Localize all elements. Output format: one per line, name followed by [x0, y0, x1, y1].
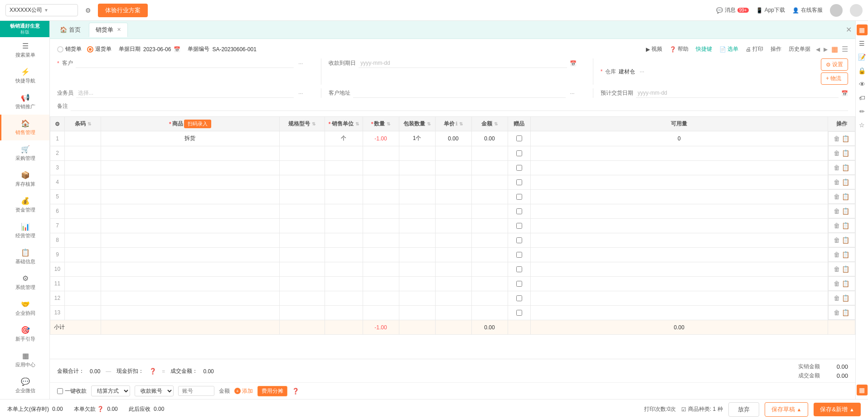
row2-del[interactable]: 🗑	[834, 149, 840, 157]
customer-ellipsis[interactable]: ···	[296, 60, 305, 67]
sidebar-item-sales[interactable]: 🏠 销售管理	[0, 115, 49, 140]
row3-del[interactable]: 🗑	[834, 164, 840, 171]
row1-amount[interactable]: 0.00	[471, 131, 508, 146]
account-select[interactable]: 收款账号	[135, 385, 174, 396]
right-panel-eye-icon[interactable]: 👁	[857, 79, 868, 90]
row4-copy[interactable]: 📋	[842, 178, 849, 186]
help-btn[interactable]: ❓ 帮助	[668, 44, 690, 54]
row11-gift-cb[interactable]	[516, 281, 522, 287]
expected-date-input[interactable]	[636, 88, 839, 98]
row13-gift-cb[interactable]	[516, 310, 522, 316]
list-view-icon[interactable]: ☰	[842, 45, 848, 53]
fee-distribution-btn[interactable]: 费用分摊	[257, 386, 287, 396]
sidebar-item-purchase[interactable]: 🛒 采购管理	[0, 140, 49, 166]
trial-button[interactable]: 体验行业方案	[98, 4, 148, 17]
right-panel-lock-icon[interactable]: 🔒	[857, 65, 868, 76]
sales-order-radio[interactable]: 销货单	[57, 45, 82, 53]
return-order-radio[interactable]: 退货单	[87, 45, 112, 53]
row11-copy[interactable]: 📋	[842, 280, 849, 287]
operation-btn[interactable]: 操作	[769, 44, 783, 54]
one-key-payment-checkbox[interactable]: 一键收款	[57, 387, 87, 395]
right-panel-note-icon[interactable]: 📝	[857, 52, 868, 63]
sidebar-item-guide[interactable]: 🎯 新手引导	[0, 321, 49, 347]
history-btn[interactable]: 历史单据	[787, 44, 812, 54]
row1-gift[interactable]	[508, 131, 530, 146]
row1-price[interactable]: 0.00	[435, 131, 471, 146]
price-sort-icon[interactable]: ⇅	[459, 121, 463, 126]
row8-copy[interactable]: 📋	[842, 236, 849, 244]
tab-sales-order[interactable]: 销货单 ✕	[89, 23, 128, 37]
row1-copy-icon[interactable]: 📋	[842, 135, 849, 142]
price-info-icon[interactable]: ℹ	[456, 121, 457, 127]
sidebar-item-operation[interactable]: 📊 经营管理	[0, 218, 49, 244]
fee-help-icon[interactable]: ❓	[292, 388, 299, 395]
amount-sort-icon[interactable]: ⇅	[494, 121, 498, 126]
salesman-input[interactable]	[76, 88, 294, 98]
spec-sort-icon[interactable]: ⇅	[312, 121, 315, 126]
debt-help[interactable]: ❓	[97, 406, 104, 412]
row10-copy[interactable]: 📋	[842, 265, 849, 273]
unit-sort-icon[interactable]: ⇅	[355, 121, 359, 126]
prev-icon[interactable]: ◀	[816, 46, 820, 53]
row4-del[interactable]: 🗑	[834, 178, 840, 186]
expected-calendar-icon[interactable]: 📅	[841, 90, 848, 96]
receive-date-input[interactable]	[359, 58, 567, 68]
salesman-ellipsis[interactable]: ···	[296, 90, 305, 96]
shortcut-btn[interactable]: 快捷键	[694, 44, 714, 54]
row9-gift-cb[interactable]	[516, 252, 522, 258]
tab-home[interactable]: 🏠 首页	[53, 23, 87, 37]
right-panel-edit-icon[interactable]: ✏	[857, 106, 868, 117]
save-new-button[interactable]: 保存&新增 ▲	[814, 403, 861, 416]
row1-barcode[interactable]	[65, 131, 101, 146]
logistics-button[interactable]: + 物流	[821, 72, 848, 85]
pack-qty-sort-icon[interactable]: ⇅	[427, 121, 431, 126]
sidebar-item-inventory[interactable]: 📦 库存核算	[0, 166, 49, 192]
row9-copy[interactable]: 📋	[842, 251, 849, 258]
sidebar-item-app[interactable]: ▦ 应用中心	[0, 347, 49, 373]
row3-gift-cb[interactable]	[516, 165, 522, 171]
row1-gift-checkbox[interactable]	[516, 135, 522, 141]
row13-del[interactable]: 🗑	[834, 309, 840, 316]
row1-spec[interactable]	[279, 131, 325, 146]
add-payment-btn[interactable]: + 添加	[234, 387, 253, 395]
sidebar-item-quick-nav[interactable]: ⚡ 快捷导航	[0, 63, 49, 89]
video-btn[interactable]: ▶ 视频	[644, 44, 664, 54]
sidebar-item-search[interactable]: ☰ 搜索菜单	[0, 37, 49, 63]
row8-del[interactable]: 🗑	[834, 236, 840, 244]
next-icon[interactable]: ▶	[824, 46, 828, 53]
row3-copy[interactable]: 📋	[842, 164, 849, 171]
company-selector[interactable]: XXXXXX公司 ▼	[5, 4, 78, 16]
sidebar-item-marketing[interactable]: 📢 营销推广	[0, 89, 49, 115]
customer-address-input[interactable]	[353, 88, 565, 98]
one-key-cb[interactable]	[57, 388, 63, 394]
avatar[interactable]	[830, 4, 843, 17]
row5-gift-cb[interactable]	[516, 194, 522, 200]
row6-gift-cb[interactable]	[516, 208, 522, 214]
row8-gift-cb[interactable]	[516, 237, 522, 243]
row13-copy[interactable]: 📋	[842, 309, 849, 316]
row2-gift-cb[interactable]	[516, 150, 522, 156]
row1-delete-icon[interactable]: 🗑	[834, 135, 840, 142]
online-service-item[interactable]: 👤 在线客服	[792, 6, 823, 14]
settlement-method-select[interactable]: 结算方式	[91, 385, 130, 396]
tab-close-icon[interactable]: ✕	[117, 27, 121, 33]
date-calendar-icon[interactable]: 📅	[174, 46, 180, 53]
print-btn[interactable]: 🖨 打印	[744, 44, 765, 54]
receive-calendar-icon[interactable]: 📅	[570, 60, 577, 67]
settings-icon[interactable]: ⚙	[82, 4, 94, 17]
avatar2[interactable]	[850, 4, 863, 17]
setting-button[interactable]: ⚙ 设置	[821, 58, 848, 71]
right-panel-list-icon[interactable]: ☰	[857, 38, 868, 49]
row7-del[interactable]: 🗑	[834, 222, 840, 229]
message-item[interactable]: 💬 消息 99+	[716, 6, 749, 14]
row12-del[interactable]: 🗑	[834, 294, 840, 302]
save-draft-button[interactable]: 保存草稿 ▲	[765, 402, 809, 417]
product-type-selector[interactable]: ☑ 商品种类: 1 种	[681, 405, 723, 413]
warehouse-ellipsis[interactable]: ···	[638, 68, 646, 75]
sidebar-item-enterprise[interactable]: 🤝 企业协同	[0, 295, 49, 321]
qty-sort-icon[interactable]: ⇅	[387, 121, 390, 126]
sidebar-item-system[interactable]: ⚙ 系统管理	[0, 270, 49, 295]
row11-del[interactable]: 🗑	[834, 280, 840, 287]
row10-gift-cb[interactable]	[516, 266, 522, 272]
th-settings[interactable]: ⚙	[50, 117, 65, 131]
